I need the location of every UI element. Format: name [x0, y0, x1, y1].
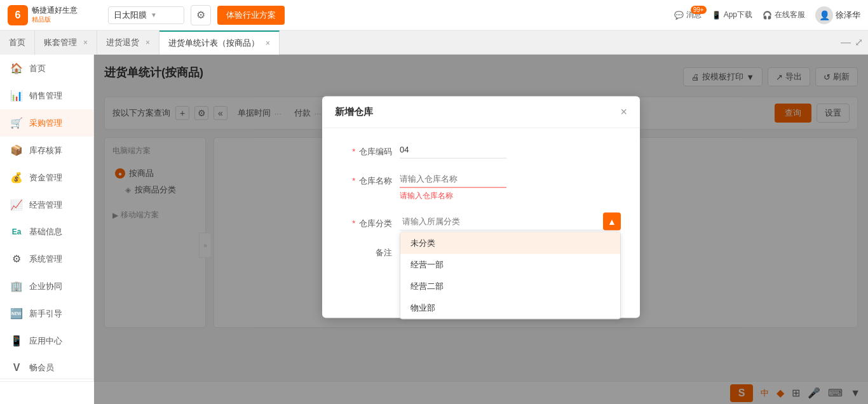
sidebar-item-inventory[interactable]: 📦 库存核算 [0, 137, 93, 164]
tab-purchase-stat[interactable]: 进货单统计表（按商品） × [159, 30, 280, 55]
category-option-ops2[interactable]: 经营二部 [400, 276, 620, 297]
sidebar-label-guide: 新手引导 [29, 308, 62, 320]
user-info[interactable]: 👤 徐泽华 [815, 6, 860, 24]
sidebar-item-basic[interactable]: Ea 基础信息 [0, 219, 93, 245]
service-label: 在线客服 [775, 10, 805, 20]
category-dropdown-wrap: ▲ [400, 213, 621, 231]
sidebar-item-finance[interactable]: 💰 资金管理 [0, 164, 93, 191]
sidebar-item-purchase[interactable]: 🛒 采购管理 [0, 109, 93, 137]
gear-button[interactable]: ⚙ [191, 5, 211, 25]
modal-title: 新增仓库 [335, 106, 373, 118]
sidebar: 🏠 首页 📊 销售管理 🛒 采购管理 📦 库存核算 💰 资金管理 📈 经营管理 … [0, 55, 94, 404]
category-option-uncategorized[interactable]: 未分类 [400, 232, 620, 254]
code-label: * 仓库编码 [341, 141, 392, 158]
mobile-icon: 📱 [712, 11, 721, 20]
tab-minimize-icon[interactable]: — [841, 37, 851, 48]
code-field-wrap [400, 141, 621, 159]
store-selector[interactable]: 日太阳膜 ▼ [108, 6, 184, 24]
tab-home[interactable]: 首页 [0, 30, 35, 55]
sidebar-item-home[interactable]: 🏠 首页 [0, 55, 93, 82]
sidebar-label-basic: 基础信息 [29, 226, 62, 238]
content-area: 进货单统计(按商品) 🖨 按模板打印 ▼ ↗ 导出 ↺ 刷新 [94, 55, 868, 404]
sidebar-item-operations[interactable]: 📈 经营管理 [0, 191, 93, 219]
name-field-wrap: 请输入仓库名称 [400, 170, 621, 201]
tab-purchase-stat-label: 进货单统计表（按商品） [168, 37, 259, 49]
modal-close-button[interactable]: × [620, 105, 627, 119]
header-actions: 💬 消息 99+ 📱 App下载 🎧 在线客服 👤 徐泽华 [674, 6, 860, 24]
category-label: * 仓库分类 [341, 213, 392, 229]
home-icon: 🏠 [10, 62, 23, 74]
gear-icon: ⚙ [196, 9, 205, 21]
sidebar-item-sales[interactable]: 📊 销售管理 [0, 82, 93, 109]
tab-account[interactable]: 账套管理 × [35, 30, 97, 55]
guide-icon: 🆕 [10, 307, 23, 320]
category-input[interactable] [400, 213, 621, 230]
sidebar-item-member[interactable]: V 畅会员 [0, 354, 93, 381]
tab-purchase-return-label: 进货退货 [106, 37, 139, 48]
name-label: * 仓库名称 [341, 170, 392, 187]
logo-sub: 精品版 [32, 15, 78, 24]
app-label: App下载 [724, 10, 752, 20]
category-option-property[interactable]: 物业部 [400, 297, 620, 319]
store-name: 日太阳膜 [114, 10, 147, 21]
tab-controls[interactable]: — ⤢ [836, 36, 868, 48]
sidebar-label-enterprise: 企业协同 [29, 281, 62, 292]
sidebar-item-guide[interactable]: 🆕 新手引导 [0, 300, 93, 327]
online-service-item[interactable]: 🎧 在线客服 [763, 10, 805, 20]
warehouse-name-input[interactable] [400, 170, 506, 188]
sidebar-label-inventory: 库存核算 [29, 145, 62, 156]
message-icon: 💬 [674, 11, 684, 20]
tab-bar: 首页 账套管理 × 进货退货 × 进货单统计表（按商品） × — ⤢ [0, 30, 868, 55]
category-dropdown-list: 未分类 经营一部 经营二部 物业部 [400, 232, 621, 320]
system-icon: ⚙ [10, 253, 23, 265]
sidebar-label-finance: 资金管理 [29, 172, 62, 184]
app-download-item[interactable]: 📱 App下载 [712, 10, 752, 20]
logo-icon: 6 [8, 5, 28, 25]
modal-body: * 仓库编码 * 仓库名称 请输入仓库名称 [322, 128, 640, 284]
finance-icon: 💰 [10, 172, 23, 184]
main-layout: 🏠 首页 📊 销售管理 🛒 采购管理 📦 库存核算 💰 资金管理 📈 经营管理 … [0, 55, 868, 404]
basic-icon: Ea [10, 227, 23, 236]
tab-purchase-return[interactable]: 进货退货 × [97, 30, 159, 55]
tab-expand-icon[interactable]: ⤢ [855, 36, 863, 48]
sales-icon: 📊 [10, 90, 23, 102]
tab-purchase-stat-close[interactable]: × [266, 39, 270, 48]
logo-text: 畅捷通好生意 [32, 6, 78, 16]
form-row-category: * 仓库分类 ▲ 未分类 经营一部 经营二部 物业部 [341, 213, 621, 231]
category-field-wrap: ▲ 未分类 经营一部 经营二部 物业部 [400, 213, 621, 231]
form-row-name: * 仓库名称 请输入仓库名称 [341, 170, 621, 201]
member-icon: V [10, 362, 23, 374]
form-row-code: * 仓库编码 [341, 141, 621, 159]
inventory-icon: 📦 [10, 144, 23, 156]
sidebar-label-sales: 销售管理 [29, 90, 62, 102]
sidebar-item-enterprise[interactable]: 🏢 企业协同 [0, 273, 93, 300]
sidebar-label-member: 畅会员 [29, 362, 54, 374]
enterprise-icon: 🏢 [10, 280, 23, 292]
sidebar-label-home: 首页 [29, 63, 46, 74]
tab-home-label: 首页 [9, 37, 25, 48]
user-name: 徐泽华 [836, 10, 860, 21]
sidebar-item-system[interactable]: ⚙ 系统管理 [0, 245, 93, 273]
sidebar-item-app-center[interactable]: 📱 应用中心 [0, 327, 93, 354]
app-center-icon: 📱 [10, 335, 23, 347]
purchase-icon: 🛒 [10, 117, 23, 129]
sidebar-label-system: 系统管理 [29, 253, 62, 265]
message-badge: 99+ [691, 6, 707, 14]
chevron-down-icon: ▼ [151, 11, 157, 18]
tab-purchase-return-close[interactable]: × [146, 38, 150, 47]
category-toggle-button[interactable]: ▲ [603, 212, 621, 230]
modal-header: 新增仓库 × [322, 97, 640, 128]
warehouse-code-input[interactable] [400, 141, 506, 159]
new-warehouse-modal: 新增仓库 × * 仓库编码 * [322, 97, 640, 318]
tab-account-label: 账套管理 [44, 37, 77, 48]
name-error-msg: 请输入仓库名称 [400, 191, 621, 201]
category-option-ops1[interactable]: 经营一部 [400, 254, 620, 276]
sidebar-label-operations: 经营管理 [29, 199, 62, 211]
message-item[interactable]: 💬 消息 99+ [674, 10, 702, 20]
tab-account-close[interactable]: × [83, 38, 88, 47]
logo-area: 6 畅捷通好生意 精品版 [8, 5, 102, 25]
sidebar-label-purchase: 采购管理 [29, 118, 62, 129]
headset-icon: 🎧 [763, 11, 772, 20]
trial-button[interactable]: 体验行业方案 [217, 6, 285, 25]
top-header: 6 畅捷通好生意 精品版 日太阳膜 ▼ ⚙ 体验行业方案 💬 消息 99+ 📱 … [0, 0, 868, 30]
